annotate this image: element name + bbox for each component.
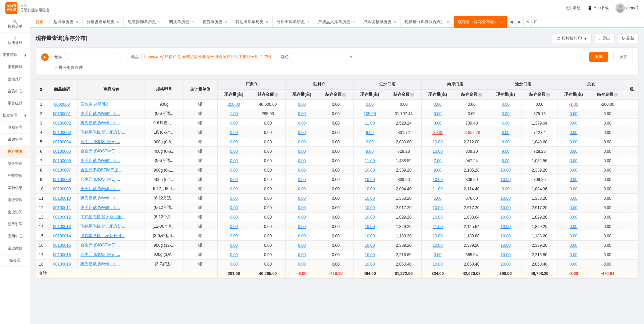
row-j-qty[interactable]: 9.00 <box>354 137 386 147</box>
row-t-qty[interactable]: 0.00 <box>557 241 590 250</box>
sidebar-item-operations[interactable]: 经营管理 <box>0 170 30 182</box>
row-n-qty[interactable]: -39.00 <box>421 128 454 137</box>
row-f-qty[interactable]: 200.00 <box>218 100 250 109</box>
row-j-qty[interactable]: 10.00 <box>354 175 386 184</box>
row-name[interactable]: 惠氏启赋 (Wyeth illu... <box>78 119 145 128</box>
row-n-qty[interactable]: 5.00 <box>421 194 454 203</box>
sidebar-item-wholesale[interactable]: 批发管理 ▼ <box>0 109 30 122</box>
row-code[interactable]: 00100008 <box>46 175 78 184</box>
row-name[interactable]: 合生元 (BIOSTIME) ... <box>78 147 145 156</box>
tab-close-11[interactable]: ✕ <box>500 20 503 24</box>
row-j-qty[interactable]: 10.00 <box>354 184 386 194</box>
row-t-qty[interactable]: 0.00 <box>557 175 590 184</box>
row-name[interactable]: 惠氏启赋 (Wyeth illu... <box>78 156 145 166</box>
row-f-qty[interactable]: 1.00 <box>218 109 250 119</box>
expand-toggle-btn[interactable]: ▶ <box>41 53 49 61</box>
row-f-qty[interactable]: 0.00 <box>218 156 250 166</box>
row-y-qty[interactable]: 10.00 <box>489 213 522 222</box>
row-j-qty[interactable]: 9.00 <box>354 147 386 156</box>
row-f-qty[interactable]: 0.00 <box>218 250 250 260</box>
sidebar-item-retail-mall[interactable]: 零售商城 <box>0 61 30 73</box>
row-t-qty[interactable]: 0.00 <box>557 128 590 137</box>
row-t-qty[interactable]: 0.00 <box>557 109 590 119</box>
sidebar-item-appcenter[interactable]: 应用中心 <box>0 230 30 242</box>
row-f-qty[interactable]: 0.00 <box>218 137 250 147</box>
tab-close-4[interactable]: ✕ <box>191 20 194 24</box>
search-btn[interactable]: 查询 <box>589 52 608 62</box>
row-y-qty[interactable]: 9.00 <box>489 184 522 194</box>
sidebar-item-guide[interactable]: 新手引导 <box>0 218 30 230</box>
message-btn[interactable]: 💬 消息 <box>566 5 581 11</box>
row-l-qty[interactable]: 0.00 <box>285 213 318 222</box>
row-t-qty[interactable]: 0.00 <box>557 250 590 260</box>
app-download-btn[interactable]: 📱 App下载 <box>587 5 609 11</box>
tab-assemble[interactable]: 组装拆卸单历史 ✕ <box>124 16 165 28</box>
row-t-qty[interactable]: 0.00 <box>557 213 590 222</box>
row-y-qty[interactable]: 10.00 <box>489 260 522 269</box>
tab-close-1[interactable]: ✕ <box>75 20 78 24</box>
refresh-btn[interactable]: ↻ 刷新 <box>617 34 639 43</box>
row-y-qty[interactable]: 9.00 <box>489 147 522 156</box>
row-j-qty[interactable]: 10.00 <box>354 166 386 175</box>
row-n-qty[interactable]: 10.00 <box>421 137 454 147</box>
row-name[interactable]: 惠氏启赋 (Wyeth illu... <box>78 194 145 203</box>
warehouse-input[interactable] <box>64 53 120 61</box>
row-code[interactable]: 00100016 <box>46 250 78 260</box>
color-input[interactable] <box>291 53 347 61</box>
row-y-qty[interactable]: 0.00 <box>489 100 522 109</box>
row-y-qty[interactable]: 8.00 <box>489 137 522 147</box>
row-name[interactable]: 惠氏启赋 (Wyeth illu... <box>78 184 145 194</box>
sidebar-item-quicknav[interactable]: ⚡ 快捷导航 <box>0 33 30 49</box>
row-j-qty[interactable]: 10.00 <box>354 250 386 260</box>
row-t-qty[interactable]: -1.00 <box>557 100 590 109</box>
row-t-qty[interactable]: 0.00 <box>557 194 590 203</box>
row-t-qty[interactable]: 0.00 <box>557 166 590 175</box>
row-f-qty[interactable]: 0.00 <box>218 231 250 241</box>
y-amt-info-icon[interactable]: i <box>546 93 550 97</box>
row-l-qty[interactable]: 0.00 <box>285 175 318 184</box>
export-btn[interactable]: ↓ 导出 <box>594 34 614 43</box>
row-j-qty[interactable]: 0.00 <box>354 100 386 109</box>
row-code[interactable]: 00100001 <box>46 109 78 119</box>
row-j-qty[interactable]: 10.00 <box>354 213 386 222</box>
row-t-qty[interactable]: 0.00 <box>557 137 590 147</box>
tab-other-out[interactable]: 其他出库单历史 ✕ <box>231 16 273 28</box>
row-y-qty[interactable]: 10.00 <box>489 194 522 203</box>
row-code[interactable]: 00100010 <box>46 194 78 203</box>
sidebar-item-marketing[interactable]: 营销推广 <box>0 73 30 85</box>
expand-more-btn[interactable]: ⋯ 展开更多条件 <box>53 65 633 71</box>
tab-close-9[interactable]: ✕ <box>393 20 396 24</box>
tab-split-check[interactable]: 分量盘点单历史 ✕ <box>83 16 124 28</box>
tab-product-in[interactable]: 产成品入库单历史 ✕ <box>314 16 359 28</box>
tab-close-5[interactable]: ✕ <box>224 20 227 24</box>
row-l-qty[interactable]: 0.00 <box>285 222 318 231</box>
row-l-qty[interactable]: 0.00 <box>285 250 318 260</box>
row-name[interactable]: 惠氏启赋 (Wyeth illu... <box>78 203 145 213</box>
row-n-qty[interactable]: 10.00 <box>421 175 454 184</box>
tab-requisition[interactable]: 要货单历史 ✕ <box>198 16 231 28</box>
tab-close-6[interactable]: ✕ <box>266 20 268 24</box>
sidebar-item-retail-stat[interactable]: 零售统计 <box>0 97 30 109</box>
row-n-qty[interactable]: 10.00 <box>421 213 454 222</box>
n-amt-info-icon[interactable]: i <box>478 93 482 97</box>
sidebar-item-system[interactable]: 系统管理 <box>0 194 30 206</box>
tab-material-out[interactable]: 材料出库单历史 ✕ <box>273 16 314 28</box>
row-code[interactable]: 00100009 <box>46 184 78 194</box>
row-l-qty[interactable]: 0.00 <box>285 128 318 137</box>
sidebar-item-member2[interactable]: 畅会员 <box>0 254 30 267</box>
row-y-qty[interactable]: 3.00 <box>489 109 522 119</box>
row-t-qty[interactable]: 0.00 <box>557 203 590 213</box>
sidebar-item-search[interactable]: 🔍 搜索英单 <box>0 16 30 33</box>
row-n-qty[interactable]: 10.00 <box>421 231 454 241</box>
row-f-qty[interactable]: 0.00 <box>218 241 250 250</box>
sidebar-item-collab[interactable]: 企业协同 <box>0 206 30 218</box>
row-f-qty[interactable]: 0.00 <box>218 175 250 184</box>
row-j-qty[interactable]: 10.00 <box>354 203 386 213</box>
row-j-qty[interactable]: 10.00 <box>354 231 386 241</box>
row-l-qty[interactable]: 0.00 <box>285 184 318 194</box>
row-t-qty[interactable]: 0.00 <box>557 119 590 128</box>
row-n-qty[interactable]: 9.00 <box>421 166 454 175</box>
row-t-qty[interactable]: 0.00 <box>557 222 590 231</box>
row-f-qty[interactable]: 0.00 <box>218 119 250 128</box>
sidebar-item-wechat[interactable]: 企业微信 <box>0 242 30 254</box>
